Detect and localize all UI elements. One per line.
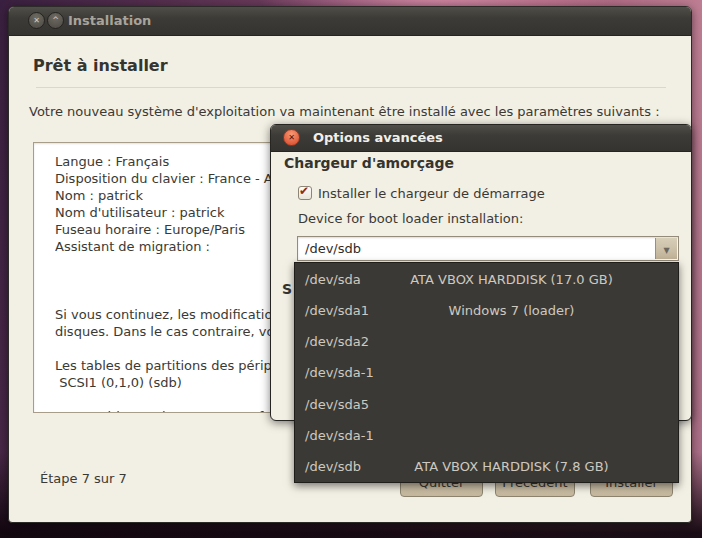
close-icon: ✕ xyxy=(33,16,40,25)
step-label: Étape 7 sur 7 xyxy=(40,471,127,486)
chevron-down-icon: ▼ xyxy=(663,246,669,255)
intro-text: Votre nouveau système d'exploitation va … xyxy=(29,104,660,119)
page-title: Prêt à installer xyxy=(33,56,168,75)
dropdown-item[interactable]: /dev/sda2 xyxy=(295,326,678,357)
dropdown-item[interactable]: /dev/sdaATA VBOX HARDDISK (17.0 GB) xyxy=(295,263,678,294)
main-window-titlebar[interactable]: ✕ ^ Installation xyxy=(9,7,691,36)
dropdown-item-device: /dev/sda1 xyxy=(305,302,369,317)
combobox-value: /dev/sdb xyxy=(305,237,361,260)
dropdown-item-device: /dev/sda xyxy=(305,271,361,286)
maximize-button[interactable]: ^ xyxy=(47,12,64,29)
dropdown-item-device: /dev/sda-1 xyxy=(305,365,374,380)
heading-separator xyxy=(36,87,666,88)
dropdown-item-description: ATA VBOX HARDDISK (17.0 GB) xyxy=(385,271,638,286)
dropdown-item-device: /dev/sda2 xyxy=(305,334,369,349)
dialog-titlebar[interactable]: ✕ Options avancées xyxy=(271,125,691,152)
dropdown-item[interactable]: /dev/sdbATA VBOX HARDDISK (7.8 GB) xyxy=(295,451,678,482)
dropdown-item-device: /dev/sda5 xyxy=(305,396,369,411)
close-icon: ✕ xyxy=(288,133,295,142)
maximize-icon: ^ xyxy=(52,16,59,25)
desktop-background: ✕ ^ Installation Prêt à installer Votre … xyxy=(0,0,702,538)
device-dropdown[interactable]: /dev/sdaATA VBOX HARDDISK (17.0 GB)/dev/… xyxy=(294,262,679,483)
dropdown-item[interactable]: /dev/sda-1 xyxy=(295,419,678,450)
dropdown-item-device: /dev/sda-1 xyxy=(305,428,374,443)
clipped-section-heading: S xyxy=(282,281,292,297)
device-combobox[interactable]: /dev/sdb ▼ xyxy=(297,236,679,261)
dropdown-item-description: Windows 7 (loader) xyxy=(385,302,638,317)
install-bootloader-label[interactable]: Installer le chargeur de démarrage xyxy=(318,186,545,201)
install-bootloader-checkbox[interactable]: ✔ xyxy=(298,186,312,200)
dropdown-item[interactable]: /dev/sda5 xyxy=(295,388,678,419)
dropdown-item[interactable]: /dev/sda1Windows 7 (loader) xyxy=(295,294,678,325)
dropdown-item[interactable]: /dev/sda-1 xyxy=(295,357,678,388)
window-title: Installation xyxy=(68,7,151,35)
dropdown-item-description: ATA VBOX HARDDISK (7.8 GB) xyxy=(385,459,638,474)
device-field-label: Device for boot loader installation: xyxy=(298,211,523,226)
checkmark-icon: ✔ xyxy=(299,184,309,198)
dialog-title: Options avancées xyxy=(313,125,443,151)
close-button[interactable]: ✕ xyxy=(28,12,45,29)
dropdown-arrow-button[interactable]: ▼ xyxy=(655,238,677,259)
bootloader-section-heading: Chargeur d'amorçage xyxy=(284,155,454,171)
dialog-close-button[interactable]: ✕ xyxy=(283,129,300,146)
dropdown-item-device: /dev/sdb xyxy=(305,459,361,474)
